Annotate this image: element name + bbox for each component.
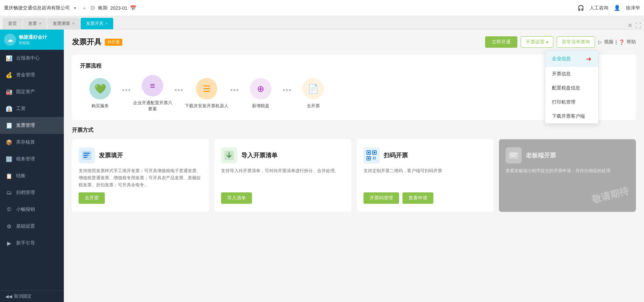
qr-manage-button[interactable]: 开票码管理 xyxy=(363,192,399,204)
xinshouyin-icon: ▶ xyxy=(5,239,13,247)
settings-icon[interactable]: ⚙ xyxy=(90,4,95,12)
svg-rect-2 xyxy=(83,155,89,156)
import-list-button[interactable]: 导入清单 xyxy=(221,192,252,204)
method-card-fill: 发票填开 支持按照发票样式手工填开发票；可开具增值税电子普通发票、增值税普通发票… xyxy=(72,139,209,212)
method-card-import: 导入开票清单 支持导入待开票清单，可对待开票清单进行拆分、合并处理。 导入清单 xyxy=(214,139,351,212)
jichushezhi-icon: ⚙ xyxy=(5,223,13,230)
support-icon: 🎧 xyxy=(577,5,584,11)
user-name[interactable]: 徐泽华 xyxy=(626,5,640,11)
view-application-button[interactable]: 查看申请 xyxy=(402,192,433,204)
tab-invoice-label: 发票 xyxy=(28,21,37,27)
tab-invoice[interactable]: 发票 × xyxy=(23,18,47,29)
zijin-icon: 💰 xyxy=(5,71,13,79)
sidebar-label-fapiao: 发票管理 xyxy=(16,122,35,128)
sidebar-item-fapiao[interactable]: 🧾 发票管理 xyxy=(0,117,64,134)
company-dropdown-arrow[interactable]: ▾ xyxy=(74,6,76,10)
flow-icon-3: ☰ xyxy=(196,78,217,100)
svg-rect-16 xyxy=(510,153,517,154)
svg-rect-1 xyxy=(83,153,90,154)
dropdown-tax-config-label: 配置税盘信息 xyxy=(552,85,580,90)
sidebar-item-yunbao[interactable]: 📊 云报表中心 xyxy=(0,50,64,67)
flow-connector-2 xyxy=(175,89,183,91)
sidebar-label-gongzi: 工资 xyxy=(16,106,26,112)
pin-icon: ◀◀ xyxy=(5,294,12,299)
activate-button[interactable]: 立即开通 xyxy=(485,36,517,48)
dropdown-invoice-info-label: 开票信息 xyxy=(552,71,571,76)
tab-invoice-issue-close[interactable]: × xyxy=(105,21,108,26)
sidebar-item-kucun[interactable]: 📦 库存核算 xyxy=(0,134,64,151)
sidebar-item-jichushezhi[interactable]: ⚙ 基础设置 xyxy=(0,218,64,235)
sidebar-label-xinshouyin: 新手引导 xyxy=(16,240,35,246)
flow-step-1: 💚 购买服务 xyxy=(80,78,120,109)
sidebar-label-shuiwu: 税务管理 xyxy=(16,156,35,162)
sidebar-bottom[interactable]: ◀◀ 取消固定 xyxy=(0,290,64,302)
dropdown-item-invoice-info[interactable]: 开票信息 xyxy=(545,67,598,81)
dropdown-item-company-info[interactable]: 企业信息 ➜ xyxy=(545,51,598,67)
sidebar-item-gongzi[interactable]: 👔 工资 xyxy=(0,100,64,117)
tab-bar: 首页 发票 × 发票测算 × 发票开具 × ✕ ⛶ xyxy=(0,16,644,30)
method-title-fill: 发票填开 xyxy=(99,151,123,159)
sidebar-item-zijin[interactable]: 💰 资金管理 xyxy=(0,67,64,83)
support-label[interactable]: 人工咨询 xyxy=(590,5,608,11)
methods-section: 开票方式 发票填开 支持按照发票样式手工填开发票；可开具增值税电子普通发票、增值… xyxy=(72,127,636,212)
yunbao-icon: 📊 xyxy=(5,54,13,62)
sidebar-label-jichushezhi: 基础设置 xyxy=(16,223,35,229)
method-card-scan: 扫码开票 支持定制开票二维码，客户端可扫码开票 开票码管理 查看申请 xyxy=(357,139,494,212)
guidang-icon: 🗂 xyxy=(5,189,13,196)
method-desc-fill: 支持按照发票样式手工填开发票；可开具增值税电子普通发票、增值税普通发票、增值税专… xyxy=(79,167,202,188)
abnormal-button[interactable]: 异常清单查询 xyxy=(557,36,595,48)
fill-invoice-button[interactable]: 去开票 xyxy=(79,192,105,204)
tab-home-label: 首页 xyxy=(8,21,17,27)
tab-invoice-calc-close[interactable]: × xyxy=(72,21,75,26)
method-icon-boss xyxy=(506,147,522,163)
help-separator: | xyxy=(615,39,617,45)
sidebar-logo: ☁ 畅捷通好会计 旗舰版 xyxy=(0,30,64,50)
gudingzichan-icon: 🏭 xyxy=(5,88,13,96)
tab-invoice-calc[interactable]: 发票测算 × xyxy=(47,18,80,29)
add-button[interactable]: ＋ xyxy=(81,4,87,12)
sidebar-label-guidang: 归档管理 xyxy=(16,190,35,196)
tab-invoice-close[interactable]: × xyxy=(39,21,41,26)
tab-invoice-calc-label: 发票测算 xyxy=(53,21,70,27)
calendar-icon[interactable]: 📅 xyxy=(130,5,136,11)
method-card-boss: 老板端开票 查看老板端小程序提交的开票申请，并作出相应的处理 敬请期待 xyxy=(499,139,636,212)
method-icon-fill xyxy=(79,147,95,163)
method-icon-import xyxy=(221,147,237,163)
sidebar: ☁ 畅捷通好会计 旗舰版 📊 云报表中心 💰 资金管理 🏭 固定资产 xyxy=(0,30,64,302)
settings-dropdown-wrapper: 开票设置 ▾ 企业信息 ➜ 开票信息 xyxy=(521,36,553,48)
tab-home[interactable]: 首页 xyxy=(3,18,22,29)
sidebar-item-xinshouyin[interactable]: ▶ 新手引导 xyxy=(0,235,64,252)
sidebar-item-jiezhang[interactable]: 📋 结账 xyxy=(0,167,64,184)
red-arrow-icon: ➜ xyxy=(586,55,592,63)
method-title-boss: 老板端开票 xyxy=(526,151,556,159)
method-footer-fill: 去开票 xyxy=(79,192,202,204)
help-button[interactable]: ▷ 视频 | ❓ 帮助 xyxy=(598,39,636,45)
sidebar-item-shuiwu[interactable]: 🔢 税务管理 xyxy=(0,151,64,167)
sidebar-label-kucun: 库存核算 xyxy=(16,139,35,145)
dropdown-item-download-client[interactable]: 下载开票客户端 xyxy=(545,109,598,123)
sidebar-item-gudingzichan[interactable]: 🏭 固定资产 xyxy=(0,83,64,100)
gongzi-icon: 👔 xyxy=(5,105,13,112)
close-window-icon[interactable]: ✕ xyxy=(628,22,633,29)
dropdown-item-tax-config[interactable]: 配置税盘信息 xyxy=(545,81,598,95)
flow-step-3: ☰ 下载并安装开票机器人 xyxy=(185,78,228,109)
settings-button[interactable]: 开票设置 ▾ xyxy=(521,36,553,48)
sidebar-item-guidang[interactable]: 🗂 归档管理 xyxy=(0,184,64,201)
flow-label-1: 购买服务 xyxy=(91,103,109,109)
maximize-icon[interactable]: ⛶ xyxy=(635,22,641,29)
methods-section-title: 开票方式 xyxy=(72,127,636,134)
svg-rect-14 xyxy=(375,158,376,159)
sidebar-scroll: 📊 云报表中心 💰 资金管理 🏭 固定资产 👔 工资 🧾 发票管理 xyxy=(0,50,64,290)
tab-invoice-issue-label: 发票开具 xyxy=(86,21,103,27)
content-area: 发票开具 待开通 立即开通 开票设置 ▾ xyxy=(64,30,644,302)
tab-invoice-issue[interactable]: 发票开具 × xyxy=(81,18,113,29)
svg-rect-17 xyxy=(510,155,515,156)
kucun-icon: 📦 xyxy=(5,139,13,146)
flow-icon-2: ≡ xyxy=(142,75,163,97)
flow-icon-4: ⊕ xyxy=(250,78,271,100)
sidebar-item-xiaochang[interactable]: © 小畅报销 xyxy=(0,201,64,218)
dropdown-item-printer[interactable]: 打印机管理 xyxy=(545,95,598,109)
sidebar-bottom-label: 取消固定 xyxy=(14,293,32,299)
method-desc-import: 支持导入待开票清单，可对待开票清单进行拆分、合并处理。 xyxy=(221,167,345,188)
svg-rect-10 xyxy=(374,152,375,153)
